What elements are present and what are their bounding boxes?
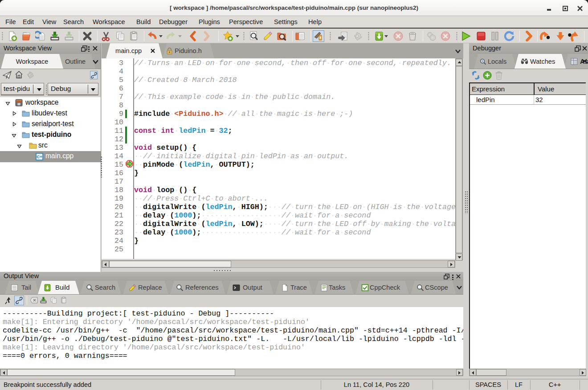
svg-text:C+: C+ xyxy=(37,154,42,159)
